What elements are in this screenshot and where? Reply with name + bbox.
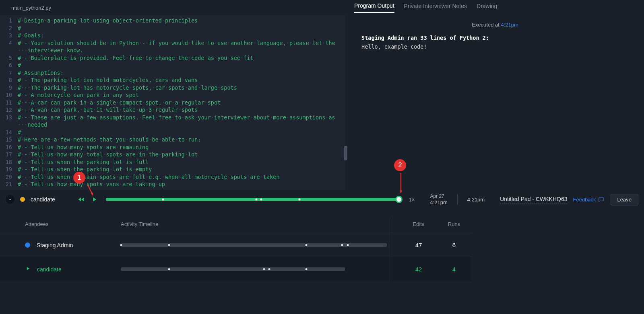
- annotation-arrow: [398, 170, 404, 196]
- line-number: 13: [0, 114, 18, 121]
- line-number: 10: [0, 91, 18, 99]
- code-line[interactable]: #: [18, 25, 345, 32]
- code-line[interactable]: #·-·A·car·can·park·in·a·single·compact·s…: [18, 99, 345, 107]
- line-number: 16: [0, 144, 18, 151]
- code-line[interactable]: #·-·Tell·us·when·the·parking·lot·is·empt…: [18, 166, 345, 173]
- code-line[interactable]: #·Here·are·a·few·methods·that·you·should…: [18, 136, 345, 144]
- code-line[interactable]: ···needed: [18, 121, 345, 129]
- code-line[interactable]: #·-·Tell·us·how·many·spots·vans·are·taki…: [18, 181, 345, 188]
- line-number: 7: [0, 69, 18, 77]
- edits-count: 47: [401, 242, 436, 248]
- code-line[interactable]: #·-·Tell·us·how·many·total·spots·are·in·…: [18, 151, 345, 158]
- drag-handle-icon[interactable]: [344, 146, 347, 160]
- line-number: [0, 47, 18, 54]
- code-line[interactable]: #·Goals:: [18, 32, 345, 39]
- attendee-row[interactable]: candidate424: [0, 257, 472, 281]
- file-tab[interactable]: main_python2.py: [5, 2, 58, 14]
- svg-marker-3: [400, 191, 402, 193]
- line-number: 1: [0, 17, 18, 25]
- collapse-toggle[interactable]: [6, 195, 14, 204]
- line-number: 19: [0, 166, 18, 173]
- annotation-badge: 2: [394, 159, 406, 171]
- code-line[interactable]: #·Design·a·parking·lot·using·object-orie…: [18, 17, 345, 25]
- line-number: 11: [0, 99, 18, 107]
- runs-count: 4: [436, 266, 472, 273]
- attendee-status-dot: [25, 242, 30, 248]
- code-line[interactable]: #·-·The·parking·lot·can·hold·motorcycles…: [18, 76, 345, 84]
- code-line[interactable]: #·-·Tell·us·when·the·parking·lot·is·full: [18, 158, 345, 166]
- playback-speed[interactable]: 1×: [409, 197, 415, 203]
- executed-time-link[interactable]: 4:21pm: [501, 22, 518, 28]
- timeline-segment: [121, 243, 168, 247]
- code-line[interactable]: #·-·These·are·just·a·few·assumptions.·Fe…: [18, 114, 345, 121]
- comment-icon: [598, 197, 604, 203]
- annotation-badge: 1: [73, 172, 85, 184]
- line-number: 9: [0, 84, 18, 92]
- attendee-name: Staging Admin: [37, 242, 73, 248]
- activity-timeline[interactable]: [121, 243, 401, 247]
- progress-marker: [255, 199, 257, 201]
- leave-button[interactable]: Leave: [611, 194, 638, 205]
- timeline-event-dot: [263, 268, 265, 270]
- code-line[interactable]: #·Assumptions:: [18, 69, 345, 77]
- output-tab-drawing[interactable]: Drawing: [477, 3, 497, 12]
- pad-title[interactable]: Untitled Pad - CWKKHQ63: [500, 196, 567, 203]
- code-line[interactable]: #·-·Boilerplate·is·provided.·Feel·free·t…: [18, 54, 345, 62]
- timeline-event-dot: [268, 268, 270, 270]
- line-number: [0, 121, 18, 129]
- line-number: 18: [0, 158, 18, 166]
- play-icon: [25, 266, 31, 273]
- timeline-event-dot: [168, 268, 170, 270]
- code-line[interactable]: #·-·Tell·us·when·certain·spots·are·full·…: [18, 173, 345, 181]
- code-line[interactable]: #·-·Tell·us·how·many·spots·are·remaining: [18, 144, 345, 151]
- code-line[interactable]: #·-·Your·solution·should·be·in·Python·-·…: [18, 39, 345, 47]
- timeline-segment: [121, 267, 168, 271]
- activity-timeline[interactable]: [121, 267, 401, 271]
- timeline-event-dot: [305, 268, 307, 270]
- time-separator: [457, 194, 458, 205]
- code-editor[interactable]: 1#·Design·a·parking·lot·using·object-ori…: [0, 15, 345, 190]
- timeline-segment: [305, 267, 345, 271]
- code-line[interactable]: #: [18, 62, 345, 69]
- line-number: 21: [0, 181, 18, 188]
- output-tab-private-interviewer-notes[interactable]: Private Interviewer Notes: [404, 3, 467, 12]
- runs-header: Runs: [436, 221, 472, 227]
- code-line[interactable]: #: [18, 129, 345, 136]
- playback-end-time: 4:21pm: [467, 197, 485, 203]
- line-number: 17: [0, 151, 18, 158]
- pane-divider[interactable]: [345, 15, 346, 190]
- code-line[interactable]: #·-·A·motorcycle·can·park·in·any·spot: [18, 91, 345, 99]
- code-line[interactable]: #·-·A·van·can·park,·but·it·will·take·up·…: [18, 106, 345, 114]
- line-number: 15: [0, 136, 18, 144]
- timeline-event-dot: [168, 244, 170, 246]
- attendee-row[interactable]: Staging Admin476: [0, 233, 472, 257]
- line-number: 14: [0, 129, 18, 136]
- progress-knob[interactable]: [395, 196, 402, 203]
- attendees-panel: Attendees Activity Timeline Edits Runs S…: [0, 209, 472, 281]
- feedback-link[interactable]: Feedback: [573, 197, 604, 203]
- playback-bar: candidate 1× Apr 27 4:21pm 4:21pm Untitl…: [0, 190, 644, 209]
- code-line[interactable]: #·-·The·parking·lot·has·motorcycle·spots…: [18, 84, 345, 92]
- edits-header: Edits: [401, 221, 436, 227]
- output-panel: Program OutputPrivate Interviewer NotesD…: [346, 15, 644, 190]
- line-number: 12: [0, 106, 18, 114]
- timeline-segment: [168, 243, 305, 247]
- executed-at-label: Executed at 4:21pm: [354, 22, 636, 28]
- output-header: Staging Admin ran 33 lines of Python 2:: [361, 33, 636, 42]
- progress-marker: [162, 199, 164, 201]
- attendees-header: Attendees: [0, 221, 121, 227]
- line-number: 6: [0, 62, 18, 69]
- line-number: 8: [0, 76, 18, 84]
- timeline-event-dot: [341, 244, 343, 246]
- output-tab-program-output[interactable]: Program Output: [354, 2, 394, 13]
- timeline-event-dot: [120, 244, 122, 246]
- progress-slider[interactable]: [106, 198, 399, 201]
- edits-count: 42: [401, 266, 436, 273]
- stat-divider: [390, 218, 390, 281]
- attendee-name: candidate: [37, 266, 62, 273]
- runs-count: 6: [436, 242, 472, 248]
- user-status-dot: [20, 197, 25, 202]
- timeline-event-dot: [347, 244, 349, 246]
- line-number: 5: [0, 54, 18, 62]
- code-line[interactable]: ···interviewer·know.: [18, 47, 345, 54]
